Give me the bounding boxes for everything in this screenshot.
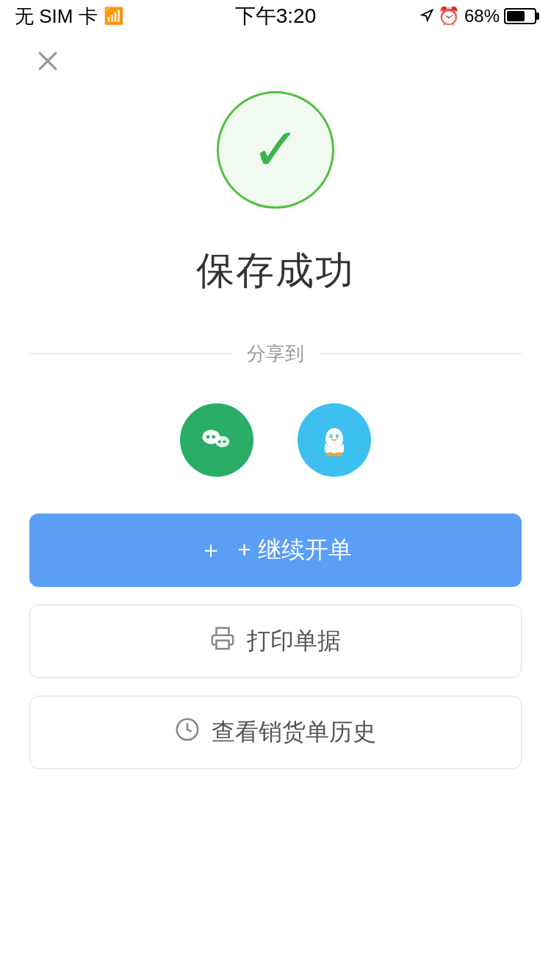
battery-bar [504, 8, 536, 24]
main-content: ✓ 保存成功 分享到 [0, 32, 551, 769]
success-circle: ✓ [217, 91, 334, 209]
status-left: 无 SIM 卡 📶 [15, 4, 123, 29]
print-button[interactable]: 打印单据 [29, 605, 522, 678]
share-icons [29, 403, 522, 477]
svg-point-7 [218, 440, 221, 443]
wifi-icon: 📶 [104, 7, 123, 26]
svg-point-16 [334, 453, 342, 456]
battery-fill [507, 11, 525, 21]
close-button[interactable] [29, 43, 66, 79]
battery-percent: 68% [464, 6, 500, 26]
status-right: ⏰ 68% [420, 6, 536, 26]
print-icon [210, 626, 235, 657]
svg-point-13 [331, 435, 332, 436]
alarm-icon: ⏰ [438, 6, 460, 26]
svg-point-8 [223, 440, 226, 443]
history-icon [175, 717, 200, 748]
continue-label: + 继续开单 [237, 534, 352, 566]
svg-point-5 [206, 435, 210, 439]
sim-status: 无 SIM 卡 [15, 4, 98, 29]
status-time: 下午3:20 [235, 2, 317, 30]
print-label: 打印单据 [247, 625, 341, 657]
location-icon [420, 6, 433, 26]
svg-point-10 [328, 430, 340, 447]
share-divider: 分享到 [29, 341, 522, 367]
svg-point-6 [212, 435, 215, 439]
plus-icon: ＋ [199, 534, 223, 566]
history-button[interactable]: 查看销货单历史 [29, 696, 522, 769]
svg-point-4 [215, 436, 230, 447]
checkmark-icon: ✓ [251, 120, 300, 179]
continue-button[interactable]: ＋ + 继续开单 [29, 514, 522, 587]
success-title: 保存成功 [196, 245, 355, 297]
qq-share-button[interactable] [298, 403, 371, 477]
svg-marker-0 [422, 10, 432, 21]
share-section: 分享到 [0, 341, 551, 477]
svg-rect-17 [217, 641, 229, 649]
svg-point-14 [337, 435, 339, 436]
svg-point-15 [326, 453, 334, 456]
actions: ＋ + 继续开单 打印单据 查看销货单历史 [0, 514, 551, 769]
history-label: 查看销货单历史 [212, 716, 376, 749]
wechat-share-button[interactable] [180, 403, 253, 477]
status-bar: 无 SIM 卡 📶 下午3:20 ⏰ 68% [0, 0, 551, 32]
share-label: 分享到 [247, 341, 304, 367]
